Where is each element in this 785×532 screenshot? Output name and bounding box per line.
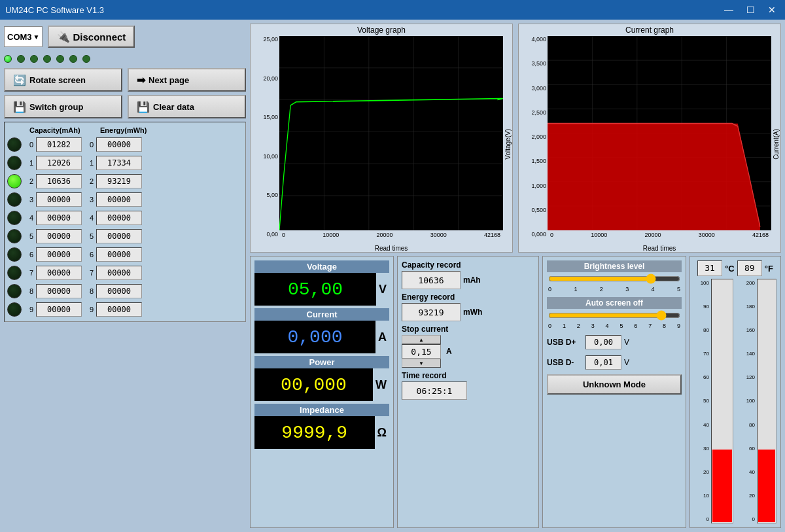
energy-input-2[interactable] [96, 174, 142, 188]
energy-row-num-4: 4 [84, 214, 94, 222]
stop-current-input[interactable] [402, 344, 441, 359]
auto-screen-header: Auto screen off [547, 297, 682, 309]
celsius-thermometer: 100 90 80 70 60 50 40 30 20 10 0 [694, 279, 733, 523]
energy-row-num-0: 0 [84, 141, 94, 149]
brightness-slider[interactable] [548, 274, 680, 284]
capacity-input-2[interactable] [36, 174, 82, 188]
current-value: 0,000 [287, 327, 342, 347]
maximize-button[interactable]: ☐ [742, 3, 759, 16]
led-indicator-0 [4, 55, 12, 63]
time-record-display [402, 381, 534, 400]
readings-panel: Voltage 05,00 V Current 0,000 [250, 256, 394, 528]
next-page-button[interactable]: ➡ Next page [128, 68, 246, 92]
fahrenheit-input[interactable] [737, 260, 762, 276]
capacity-record-input[interactable] [402, 271, 461, 289]
title-bar: UM24C PC Software V1.3 — ☐ ✕ [0, 0, 785, 20]
energy-input-5[interactable] [96, 229, 142, 243]
energy-record-row: Energy record mWh [402, 293, 534, 321]
stop-current-down[interactable]: ▼ [402, 359, 441, 368]
row-led-0 [7, 137, 22, 152]
minimize-button[interactable]: — [720, 3, 737, 16]
celsius-fill [712, 450, 732, 522]
energy-input-9[interactable] [96, 302, 142, 317]
current-graph-title: Current graph [519, 24, 780, 36]
switch-group-button[interactable]: 💾 Switch group [4, 95, 122, 118]
row-led-3 [7, 192, 22, 207]
table-row-9: 9 9 [7, 300, 243, 319]
energy-row-num-5: 5 [84, 232, 94, 240]
clear-data-button[interactable]: 💾 Clear data [128, 95, 246, 118]
energy-record-label: Energy record [402, 293, 534, 302]
energy-row-num-9: 9 [84, 306, 94, 313]
energy-row-num-7: 7 [84, 269, 94, 277]
stop-current-label: Stop current [402, 325, 534, 334]
capacity-input-9[interactable] [36, 302, 82, 317]
row-num-1: 1 [24, 159, 33, 167]
capacity-input-3[interactable] [36, 192, 82, 207]
capacity-input-5[interactable] [36, 229, 82, 243]
disconnect-button[interactable]: 🔌 Disconnect [48, 26, 135, 48]
disconnect-icon: 🔌 [57, 31, 70, 43]
voltage-unit: V [376, 283, 389, 296]
switch-group-label: Switch group [29, 102, 83, 112]
current-graph-canvas [548, 36, 771, 230]
com-port-selector[interactable]: COM3 ▼ [4, 26, 43, 47]
graphs-row: Voltage graph 25,00 20,00 15,00 10,00 5,… [250, 24, 781, 253]
power-label: Power [254, 356, 389, 368]
current-graph-container: Current graph 4,000 3,500 3,000 2,500 2,… [518, 24, 781, 253]
usb-dplus-input[interactable] [585, 335, 621, 349]
capacity-input-1[interactable] [36, 156, 82, 170]
stop-current-up[interactable]: ▲ [402, 335, 441, 344]
row-led-6 [7, 247, 22, 262]
brightness-labels: 0 1 2 3 4 5 [548, 286, 680, 293]
current-graph-svg [548, 36, 771, 230]
clear-data-label: Clear data [153, 102, 194, 112]
voltage-graph-title: Voltage graph [251, 24, 512, 36]
table-row-4: 4 4 [7, 209, 243, 227]
voltage-graph-area: 25,00 20,00 15,00 10,00 5,00 0,00 [251, 36, 512, 252]
close-button[interactable]: ✕ [764, 3, 780, 16]
capacity-input-8[interactable] [36, 284, 82, 298]
usb-dminus-input[interactable] [585, 355, 621, 370]
thermo-body: 100 90 80 70 60 50 40 30 20 10 0 [694, 279, 776, 523]
energy-input-7[interactable] [96, 266, 142, 280]
stop-current-row: Stop current ▲ ▼ A [402, 325, 534, 368]
energy-input-6[interactable] [96, 247, 142, 262]
energy-input-0[interactable] [96, 137, 142, 152]
energy-input-3[interactable] [96, 192, 142, 207]
usb-dplus-row: USB D+ V [547, 335, 682, 349]
capacity-input-0[interactable] [36, 137, 82, 152]
brightness-header: Brightness level [547, 260, 682, 272]
brightness-slider-container: 0 1 2 3 4 5 [547, 272, 682, 294]
fahrenheit-fill [758, 450, 775, 522]
capacity-input-6[interactable] [36, 247, 82, 262]
energy-input-1[interactable] [96, 156, 142, 170]
row-led-1 [7, 156, 22, 170]
energy-record-input[interactable] [402, 303, 461, 321]
voltage-x-axis: 0 10000 20000 30000 42168 [279, 230, 503, 245]
right-controls-panel: Brightness level 0 1 2 3 4 5 [542, 256, 686, 528]
capacity-input-4[interactable] [36, 211, 82, 225]
current-graph-area: 4,000 3,500 3,000 2,500 2,000 1,500 1,00… [519, 36, 780, 252]
voltage-value: 05,00 [288, 279, 343, 300]
fahrenheit-unit: °F [765, 264, 773, 274]
energy-input-4[interactable] [96, 211, 142, 225]
celsius-input[interactable] [697, 260, 722, 276]
auto-screen-slider[interactable] [548, 310, 680, 321]
usb-dminus-unit: V [624, 358, 629, 367]
table-row-8: 8 8 [7, 282, 243, 300]
mid-panel: Capacity record mAh Energy record mWh [397, 256, 539, 528]
fahrenheit-labels: 200 180 160 140 120 100 80 60 40 20 0 [737, 279, 756, 523]
com-dropdown-icon[interactable]: ▼ [33, 33, 40, 41]
rotate-screen-button[interactable]: 🔄 Rotate screen [4, 68, 122, 92]
unknown-mode-button[interactable]: Unknown Mode [547, 374, 682, 395]
table-row-0: 0 0 [7, 135, 243, 154]
capacity-input-7[interactable] [36, 266, 82, 280]
time-record-row: Time record [402, 371, 534, 400]
table-row-5: 5 5 [7, 227, 243, 245]
row-num-8: 8 [24, 287, 33, 295]
switch-icon: 💾 [13, 101, 26, 113]
energy-input-8[interactable] [96, 284, 142, 298]
time-record-input[interactable] [402, 381, 467, 400]
current-x-label: Read times [548, 245, 771, 252]
